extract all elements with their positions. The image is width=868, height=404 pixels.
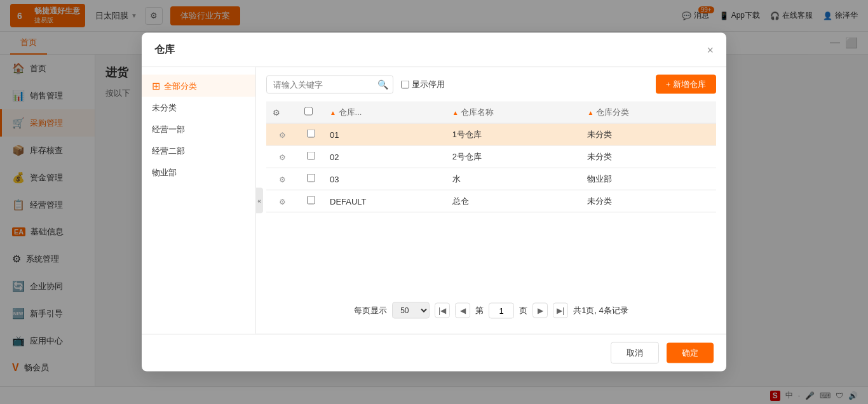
table-row[interactable]: ⚙ 02 2号仓库 未分类: [266, 145, 716, 168]
modal-header: 仓库 ×: [142, 33, 726, 67]
chevron-left-icon: «: [257, 197, 261, 204]
category-tree-panel: ⊞ 全部分类 未分类 经营一部 经营二部 物业部 «: [142, 67, 256, 334]
page-number-input[interactable]: [489, 302, 514, 318]
col-header-category: ▲ 仓库分类: [581, 102, 716, 124]
sort-icon-name: ▲: [452, 109, 459, 116]
row-checkbox-3[interactable]: [307, 174, 315, 182]
row-category-2: 未分类: [581, 145, 716, 168]
col-header-check: [298, 102, 323, 124]
show-disabled-label: 显示停用: [412, 79, 445, 90]
pagination: 每页显示 20 50 100 |◀ ◀ 第 页 ▶ ▶| 共1页, 4条记录: [266, 295, 716, 327]
modal-footer: 取消 确定: [142, 334, 726, 372]
select-all-checkbox[interactable]: [304, 107, 313, 116]
first-page-button[interactable]: |◀: [435, 303, 450, 318]
add-warehouse-button[interactable]: + 新增仓库: [656, 75, 716, 94]
grid-icon: ⊞: [152, 80, 160, 92]
table-panel: 🔍 显示停用 + 新增仓库 ⚙ ▲ 仓库...: [256, 67, 726, 334]
prev-page-button[interactable]: ◀: [455, 303, 470, 318]
row-checkbox-1[interactable]: [307, 130, 315, 138]
tree-property-label: 物业部: [152, 167, 177, 178]
row-code-1: 01: [323, 123, 446, 145]
row-code-2: 02: [323, 145, 446, 168]
table-toolbar: 🔍 显示停用 + 新增仓库: [266, 75, 716, 94]
page-size-select[interactable]: 20 50 100: [392, 302, 430, 319]
cancel-button[interactable]: 取消: [611, 342, 659, 364]
table-header: ⚙ ▲ 仓库... ▲ 仓库名称 ▲ 仓库分类: [266, 102, 716, 124]
row-check-1[interactable]: [298, 123, 323, 145]
modal-title: 仓库: [154, 43, 175, 57]
row-check-3[interactable]: [298, 168, 323, 190]
row-gear-4: ⚙: [266, 190, 298, 212]
warehouse-modal: 仓库 × ⊞ 全部分类 未分类 经营一部 经营二部 物业部 «: [142, 33, 726, 372]
row-code-4: DEFAULT: [323, 190, 446, 212]
row-checkbox-4[interactable]: [307, 196, 315, 205]
row-name-4: 总仓: [446, 190, 581, 212]
row-check-4[interactable]: [298, 190, 323, 212]
row-name-2: 2号仓库: [446, 145, 581, 168]
row-code-3: 03: [323, 168, 446, 190]
tree-uncategorized-label: 未分类: [152, 102, 177, 114]
search-wrap: 🔍: [266, 75, 393, 93]
col-header-name: ▲ 仓库名称: [446, 102, 581, 124]
col-header-code: ▲ 仓库...: [323, 102, 446, 124]
search-icon: 🔍: [377, 79, 388, 90]
row-name-1: 1号仓库: [446, 123, 581, 145]
table-row[interactable]: ⚙ 03 水 物业部: [266, 168, 716, 190]
sort-icon: ▲: [330, 109, 336, 116]
tree-item-property[interactable]: 物业部: [142, 162, 255, 184]
row-name-3: 水: [446, 168, 581, 190]
row-category-1: 未分类: [581, 123, 716, 145]
row-gear-1: ⚙: [266, 123, 298, 145]
row-gear-2: ⚙: [266, 145, 298, 168]
confirm-button[interactable]: 确定: [667, 343, 714, 363]
modal-close-button[interactable]: ×: [707, 44, 714, 55]
page-size-label: 每页显示: [354, 305, 387, 316]
show-disabled-check[interactable]: [401, 80, 409, 88]
row-checkbox-2[interactable]: [307, 152, 315, 160]
search-input[interactable]: [266, 75, 393, 93]
tree-item-dept1[interactable]: 经营一部: [142, 119, 255, 140]
tree-all-label: 全部分类: [164, 80, 197, 91]
table-row[interactable]: ⚙ 01 1号仓库 未分类: [266, 123, 716, 145]
table-header-row: ⚙ ▲ 仓库... ▲ 仓库名称 ▲ 仓库分类: [266, 102, 716, 124]
page-label: 第: [475, 305, 484, 316]
tree-item-dept2[interactable]: 经营二部: [142, 140, 255, 162]
row-category-4: 未分类: [581, 190, 716, 212]
tree-dept2-label: 经营二部: [152, 145, 185, 157]
page-label-2: 页: [519, 305, 527, 316]
sort-icon-cat: ▲: [587, 109, 593, 116]
next-page-button[interactable]: ▶: [532, 303, 548, 318]
tree-collapse-button[interactable]: «: [255, 188, 263, 213]
show-disabled-checkbox[interactable]: 显示停用: [401, 79, 445, 90]
modal-body: ⊞ 全部分类 未分类 经营一部 经营二部 物业部 «: [142, 67, 726, 334]
tree-item-all[interactable]: ⊞ 全部分类: [142, 75, 255, 97]
total-info: 共1页, 4条记录: [573, 305, 628, 316]
warehouse-table: ⚙ ▲ 仓库... ▲ 仓库名称 ▲ 仓库分类: [266, 102, 716, 213]
table-row[interactable]: ⚙ DEFAULT 总仓 未分类: [266, 190, 716, 212]
table-body: ⚙ 01 1号仓库 未分类 ⚙ 02 2号仓库 未分类 ⚙: [266, 123, 716, 212]
tree-dept1-label: 经营一部: [152, 124, 185, 135]
last-page-button[interactable]: ▶|: [553, 303, 568, 318]
tree-item-uncategorized[interactable]: 未分类: [142, 97, 255, 119]
row-gear-3: ⚙: [266, 168, 298, 190]
row-category-3: 物业部: [581, 168, 716, 190]
row-check-2[interactable]: [298, 145, 323, 168]
col-header-gear: ⚙: [266, 102, 298, 124]
